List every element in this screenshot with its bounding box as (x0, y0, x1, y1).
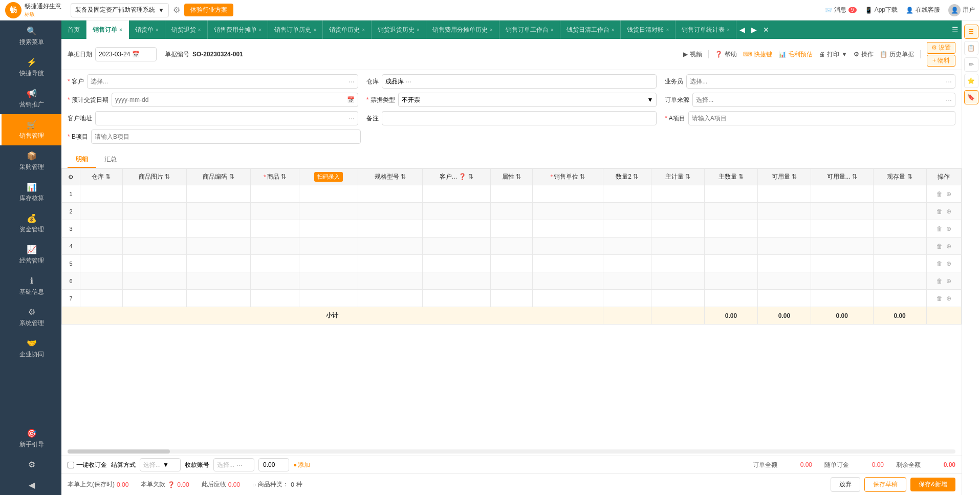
salesperson-input-wrapper[interactable]: ··· (686, 74, 955, 89)
table-cell[interactable] (704, 272, 757, 290)
close-tab-sales-slip-history[interactable]: × (362, 27, 365, 33)
close-tab-daily-workbench[interactable]: × (612, 27, 615, 33)
close-tab-sales-order[interactable]: × (119, 27, 122, 33)
receipt-account-more-icon[interactable]: ··· (236, 461, 243, 469)
table-cell[interactable] (358, 255, 422, 272)
tab-summary[interactable]: 汇总 (96, 152, 125, 168)
table-cell[interactable] (704, 290, 757, 307)
table-cell[interactable] (122, 185, 186, 203)
sidebar-item-nav[interactable]: ⚡ 快捷导航 (0, 52, 61, 83)
tab-menu-btn[interactable]: ☰ (949, 20, 962, 39)
address-input[interactable] (99, 115, 346, 122)
table-cell[interactable] (122, 220, 186, 238)
row-delete-icon[interactable]: 🗑 (937, 295, 943, 302)
table-cell[interactable] (757, 255, 811, 272)
table-cell[interactable] (358, 203, 422, 220)
table-cell[interactable] (704, 255, 757, 272)
table-cell[interactable] (533, 220, 603, 238)
table-cell[interactable] (873, 238, 926, 255)
row-copy-icon[interactable]: ⊕ (946, 260, 951, 267)
th-product-sort[interactable]: *商品 ⇅ (264, 173, 286, 181)
close-tab-fee-history[interactable]: × (490, 27, 493, 33)
table-cell[interactable] (490, 272, 533, 290)
table-cell[interactable] (358, 220, 422, 238)
table-cell[interactable] (186, 238, 250, 255)
row-delete-icon[interactable]: 🗑 (937, 225, 943, 232)
one-click-checkbox-wrapper[interactable]: 一键收订金 (68, 461, 107, 469)
tab-stats[interactable]: 销售订单统计表 × (676, 20, 736, 39)
table-cell[interactable] (186, 220, 250, 238)
sidebar-item-sales[interactable]: 🛒 销售管理 (0, 114, 61, 145)
warehouse-input-wrapper[interactable]: 成品库 ··· (382, 74, 657, 89)
table-cell[interactable] (704, 203, 757, 220)
b-project-input-wrapper[interactable] (91, 130, 361, 144)
order-source-more-icon[interactable]: ··· (946, 96, 952, 104)
settings-btn[interactable]: ⚙ 设置 (927, 42, 955, 54)
close-tab-stats[interactable]: × (727, 27, 730, 33)
th-product-code-sort[interactable]: 商品编码 ⇅ (203, 173, 234, 181)
settlement-select[interactable]: 选择... ▼ (140, 458, 181, 471)
sidebar-item-system[interactable]: ⚙ 系统管理 (0, 302, 61, 333)
tab-prev-btn[interactable]: ◀ (736, 20, 748, 39)
close-tab-reconcile[interactable]: × (666, 27, 669, 33)
scan-btn[interactable]: 扫码录入 (314, 172, 343, 182)
sidebar-item-collab[interactable]: 🤝 企业协同 (0, 333, 61, 364)
tab-return-history[interactable]: 销货退货历史 × (372, 20, 426, 39)
table-cell[interactable] (811, 272, 873, 290)
history-btn[interactable]: 📋 历史单据 (880, 50, 914, 59)
table-cell[interactable] (358, 238, 422, 255)
right-panel-btn-5[interactable]: 🔖 (964, 90, 978, 104)
order-source-input-wrapper[interactable]: ··· (692, 93, 955, 107)
table-cell[interactable] (603, 220, 651, 238)
table-cell[interactable] (299, 203, 358, 220)
table-cell[interactable] (299, 220, 358, 238)
notes-input-wrapper[interactable] (382, 111, 657, 125)
table-cell[interactable] (186, 185, 250, 203)
a-project-input-wrapper[interactable] (688, 111, 955, 125)
warehouse-more-icon[interactable]: ··· (406, 77, 412, 85)
sidebar-item-finance[interactable]: 💰 资金管理 (0, 208, 61, 239)
table-cell[interactable] (811, 238, 873, 255)
table-cell[interactable] (651, 203, 705, 220)
table-cell[interactable] (422, 185, 490, 203)
sidebar-item-inventory[interactable]: 📊 库存核算 (0, 177, 61, 208)
expected-date-input-wrapper[interactable]: 📅 (112, 93, 358, 107)
table-cell[interactable] (651, 238, 705, 255)
table-cell[interactable] (811, 185, 873, 203)
close-tab-sales-order-history[interactable]: × (313, 27, 316, 33)
row-copy-icon[interactable]: ⊕ (946, 208, 951, 215)
table-cell[interactable] (873, 290, 926, 307)
table-cell[interactable] (490, 255, 533, 272)
close-tab-sales-fee[interactable]: × (259, 27, 262, 33)
tab-sales-slip-history[interactable]: 销货单历史 × (323, 20, 372, 39)
save-draft-btn[interactable]: 保存草稿 (864, 477, 906, 492)
table-cell[interactable] (186, 272, 250, 290)
row-copy-icon[interactable]: ⊕ (946, 295, 951, 302)
row-delete-icon[interactable]: 🗑 (937, 243, 943, 250)
table-cell[interactable] (757, 185, 811, 203)
scrollbar-thumb[interactable] (68, 449, 170, 454)
sidebar-item-basic-info[interactable]: ℹ 基础信息 (0, 270, 61, 302)
customer-more-icon[interactable]: ··· (349, 77, 355, 85)
table-cell[interactable] (603, 203, 651, 220)
table-cell[interactable] (422, 272, 490, 290)
sidebar-item-search[interactable]: 🔍 搜索菜单 (0, 20, 61, 52)
expected-date-input[interactable] (115, 96, 345, 103)
table-cell[interactable] (533, 203, 603, 220)
online-service-btn[interactable]: 👤 在线客服 (906, 6, 940, 14)
message-btn[interactable]: 📨 消息 9 (824, 6, 857, 14)
close-tab-return-history[interactable]: × (417, 27, 420, 33)
profit-btn[interactable]: 📊 毛利预估 (778, 50, 813, 59)
add-material-btn[interactable]: + 物料 (927, 55, 955, 67)
th-main-unit-sort[interactable]: 主计量 ⇅ (665, 173, 690, 181)
table-cell[interactable] (533, 290, 603, 307)
tab-sales-order[interactable]: 销售订单 × (86, 20, 129, 39)
table-cell[interactable] (651, 220, 705, 238)
table-cell[interactable] (603, 238, 651, 255)
row-copy-icon[interactable]: ⊕ (946, 190, 951, 198)
a-project-input[interactable] (692, 115, 952, 122)
th-qty2-sort[interactable]: 数量2 ⇅ (616, 173, 638, 181)
right-panel-btn-3[interactable]: ✏ (964, 57, 978, 72)
table-cell[interactable] (358, 185, 422, 203)
table-cell[interactable] (603, 272, 651, 290)
